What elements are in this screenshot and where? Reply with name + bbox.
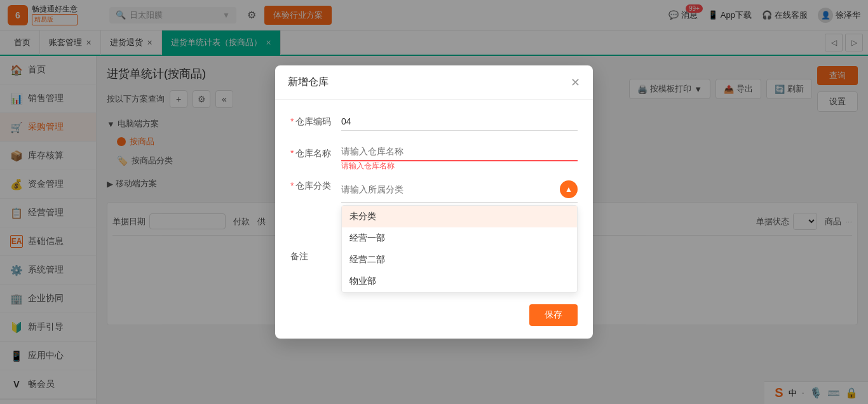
modal-new-warehouse: 新增仓库 ✕ 仓库编码 仓库名称 请输入仓库名称 仓库分类 bbox=[275, 65, 593, 339]
option-dept1[interactable]: 经营一部 bbox=[342, 227, 577, 249]
name-label: 仓库名称 bbox=[290, 144, 341, 159]
modal-footer: 保存 bbox=[275, 297, 593, 339]
category-dropdown-list: 未分类 经营一部 经营二部 物业部 bbox=[341, 205, 578, 293]
option-dept2[interactable]: 经营二部 bbox=[342, 249, 577, 271]
category-input[interactable] bbox=[341, 184, 560, 194]
form-row-code: 仓库编码 bbox=[290, 112, 578, 131]
form-row-name: 仓库名称 请输入仓库名称 bbox=[290, 142, 578, 161]
dropdown-arrow[interactable]: ▲ bbox=[560, 180, 578, 198]
modal-overlay[interactable]: 新增仓库 ✕ 仓库编码 仓库名称 请输入仓库名称 仓库分类 bbox=[0, 0, 868, 404]
category-wrapper: ▲ 未分类 经营一部 经营二部 物业部 bbox=[341, 177, 578, 203]
modal-header: 新增仓库 ✕ bbox=[275, 65, 593, 100]
modal-title: 新增仓库 bbox=[288, 76, 329, 89]
code-label: 仓库编码 bbox=[290, 112, 341, 128]
option-dept3[interactable]: 物业部 bbox=[342, 271, 577, 292]
modal-close-button[interactable]: ✕ bbox=[571, 77, 580, 88]
save-button[interactable]: 保存 bbox=[529, 304, 578, 326]
category-label: 仓库分类 bbox=[290, 177, 341, 192]
name-input[interactable] bbox=[341, 142, 578, 161]
category-dropdown-trigger[interactable]: ▲ bbox=[341, 177, 578, 203]
form-row-category: 仓库分类 ▲ 未分类 经营一部 经营二部 物业部 bbox=[290, 177, 578, 203]
modal-body: 仓库编码 仓库名称 请输入仓库名称 仓库分类 ▲ bbox=[275, 100, 593, 297]
note-label: 备注 bbox=[290, 247, 341, 262]
name-error-msg: 请输入仓库名称 bbox=[341, 161, 395, 172]
option-uncategorized[interactable]: 未分类 bbox=[342, 206, 577, 227]
code-input[interactable] bbox=[341, 112, 578, 131]
